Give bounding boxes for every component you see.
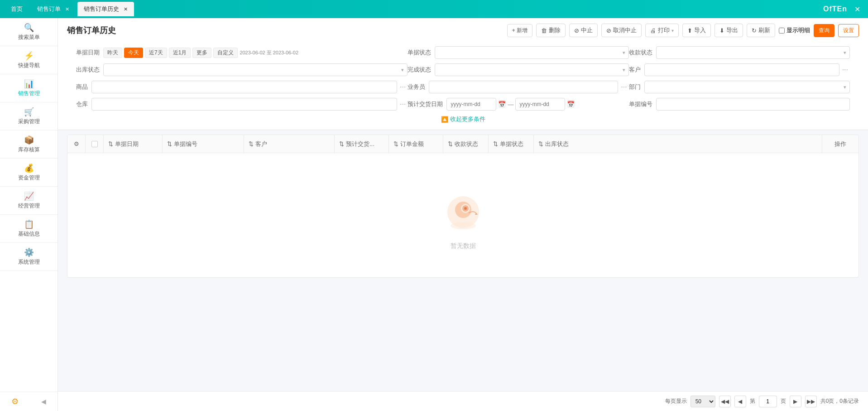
doc-status-label: 单据状态 xyxy=(408,48,431,57)
sidebar-label-inventory: 库存核算 xyxy=(18,146,40,154)
salesperson-input[interactable] xyxy=(429,81,618,93)
sidebar-item-operations[interactable]: 📈 经营管理 xyxy=(0,187,58,215)
sidebar-bottom: ⚙ ◀ xyxy=(0,392,58,411)
sidebar-collapse-icon[interactable]: ◀ xyxy=(41,398,46,405)
sidebar-label-sales-mgmt: 销售管理 xyxy=(18,90,40,97)
refresh-button[interactable]: ↻ 刷新 xyxy=(747,24,775,37)
th-delivery[interactable]: ⇅ 预计交货... xyxy=(335,135,389,153)
toolbar: + 新增 🗑 删除 ⊘ 中止 ⊘ 取消中止 🖨 打 xyxy=(507,24,859,37)
date-label: 单据日期 xyxy=(76,48,100,57)
prev-page-button[interactable]: ◀ xyxy=(734,396,746,407)
import-button[interactable]: ⬆ 导入 xyxy=(682,24,711,37)
th-doc-no[interactable]: ⇅ 单据编号 xyxy=(163,135,244,153)
select-all-checkbox[interactable] xyxy=(91,141,98,147)
filter-delivery-date: 预计交货日期 📅 — 📅 xyxy=(408,98,628,111)
cancel-stop-icon: ⊘ xyxy=(606,27,611,34)
stop-button[interactable]: ⊘ 中止 xyxy=(569,24,598,37)
per-page-label: 每页显示 xyxy=(665,397,687,405)
settings-icon: ⚙ xyxy=(74,140,79,147)
tab-sales-order[interactable]: 销售订单 ✕ xyxy=(31,2,76,16)
th-amount[interactable]: ⇅ 订单金额 xyxy=(389,135,443,153)
sort-icon-date: ⇅ xyxy=(108,140,113,147)
svg-point-5 xyxy=(451,222,476,229)
stop-icon: ⊘ xyxy=(574,27,579,34)
product-input[interactable] xyxy=(91,81,397,93)
sidebar-item-sales-mgmt[interactable]: 📊 销售管理 xyxy=(0,74,58,102)
salesperson-dots-btn[interactable]: ··· xyxy=(619,83,628,91)
filter-date: 单据日期 昨天 今天 近7天 近1月 更多 自定义 2023-06-02 至 2… xyxy=(76,48,408,58)
doc-status-select[interactable] xyxy=(435,46,628,59)
pay-status-select[interactable] xyxy=(656,46,850,59)
date-7days[interactable]: 近7天 xyxy=(145,48,167,58)
th-checkbox[interactable] xyxy=(86,135,104,153)
sidebar-item-quick-nav[interactable]: ⚡ 快捷导航 xyxy=(0,46,58,74)
date-1month[interactable]: 近1月 xyxy=(169,48,191,58)
delivery-date-to[interactable] xyxy=(515,98,565,111)
dept-select[interactable] xyxy=(644,81,850,93)
sales-mgmt-icon: 📊 xyxy=(24,80,34,88)
window-close-button[interactable]: ✕ xyxy=(851,3,863,15)
sidebar-settings-icon[interactable]: ⚙ xyxy=(11,396,19,406)
first-page-button[interactable]: ◀◀ xyxy=(719,396,731,407)
doc-no-input[interactable] xyxy=(656,98,850,111)
new-button[interactable]: + 新增 xyxy=(507,24,532,37)
date-custom[interactable]: 自定义 xyxy=(213,48,238,58)
tab-sales-history-close[interactable]: ✕ xyxy=(124,6,128,12)
warehouse-dots-btn[interactable]: ··· xyxy=(398,100,408,108)
show-details-toggle[interactable]: 显示明细 xyxy=(779,26,810,34)
tab-sales-order-close[interactable]: ✕ xyxy=(65,6,69,12)
print-button[interactable]: 🖨 打印 ▾ xyxy=(645,24,679,37)
delete-button[interactable]: 🗑 删除 xyxy=(536,24,566,37)
complete-status-select[interactable] xyxy=(435,63,628,76)
settings-button[interactable]: 设置 xyxy=(838,24,859,37)
th-out-status[interactable]: ⇅ 出库状态 xyxy=(534,135,822,153)
sidebar-item-purchase-mgmt[interactable]: 🛒 采购管理 xyxy=(0,102,58,131)
next-page-button[interactable]: ▶ xyxy=(790,396,801,407)
last-page-button[interactable]: ▶▶ xyxy=(805,396,817,407)
tab-sales-history[interactable]: 销售订单历史 ✕ xyxy=(77,2,134,16)
th-customer[interactable]: ⇅ 客户 xyxy=(244,135,335,153)
show-details-checkbox[interactable] xyxy=(779,28,785,34)
th-pay-status[interactable]: ⇅ 收款状态 xyxy=(443,135,489,153)
date-today[interactable]: 今天 xyxy=(124,48,143,58)
page-label-pre: 第 xyxy=(750,397,755,405)
sidebar-item-finance[interactable]: 💰 资金管理 xyxy=(0,159,58,187)
date-options: 昨天 今天 近7天 近1月 更多 自定义 2023-06-02 至 2023-0… xyxy=(103,48,298,58)
product-label: 商品 xyxy=(76,83,88,91)
out-status-select[interactable] xyxy=(103,63,408,76)
filter-row-1: 单据日期 昨天 今天 近7天 近1月 更多 自定义 2023-06-02 至 2… xyxy=(76,46,850,59)
table-header: ⚙ ⇅ 单据日期 ⇅ 单据编号 ⇅ 客户 xyxy=(67,135,858,153)
th-settings[interactable]: ⚙ xyxy=(67,135,86,153)
sidebar-item-inventory[interactable]: 📦 库存核算 xyxy=(0,131,58,159)
brand-label: OfTEn xyxy=(823,5,847,13)
sort-icon-docno: ⇅ xyxy=(167,140,172,147)
page-header: 销售订单历史 + 新增 🗑 删除 ⊘ 中止 ⊘ 取消中止 xyxy=(58,18,868,130)
date-yesterday[interactable]: 昨天 xyxy=(103,48,122,58)
collapse-row[interactable]: 🔼 收起更多条件 xyxy=(76,115,850,123)
sidebar-item-system-mgmt[interactable]: ⚙️ 系统管理 xyxy=(0,243,58,271)
delivery-date-from[interactable] xyxy=(446,98,496,111)
date-more[interactable]: 更多 xyxy=(192,48,211,58)
th-doc-status[interactable]: ⇅ 单据状态 xyxy=(489,135,534,153)
warehouse-input[interactable] xyxy=(91,98,397,111)
calendar-to-icon[interactable]: 📅 xyxy=(567,101,575,108)
filter-doc-status: 单据状态 xyxy=(408,46,628,59)
per-page-select[interactable]: 50 10 20 100 xyxy=(691,396,715,407)
calendar-from-icon[interactable]: 📅 xyxy=(498,101,506,108)
product-dots-btn[interactable]: ··· xyxy=(398,83,408,91)
sidebar-item-search-menu[interactable]: 🔍 搜索菜单 xyxy=(0,18,58,46)
export-button[interactable]: ⬇ 导出 xyxy=(715,24,743,37)
top-bar: 首页 销售订单 ✕ 销售订单历史 ✕ OfTEn ✕ xyxy=(0,0,868,18)
th-doc-date[interactable]: ⇅ 单据日期 xyxy=(104,135,163,153)
cancel-stop-button[interactable]: ⊘ 取消中止 xyxy=(601,24,642,37)
sort-icon-out-status: ⇅ xyxy=(538,140,543,147)
quick-nav-icon: ⚡ xyxy=(24,52,34,60)
page-number-input[interactable] xyxy=(759,396,777,407)
customer-dots-btn[interactable]: ··· xyxy=(840,66,850,74)
doc-no-label: 单据编号 xyxy=(629,100,652,108)
sidebar-item-basic-info[interactable]: 📋 基础信息 xyxy=(0,215,58,243)
pay-status-select-wrapper xyxy=(656,46,850,59)
query-button[interactable]: 查询 xyxy=(814,24,834,37)
customer-input[interactable] xyxy=(644,63,839,76)
tab-home[interactable]: 首页 xyxy=(5,2,29,16)
